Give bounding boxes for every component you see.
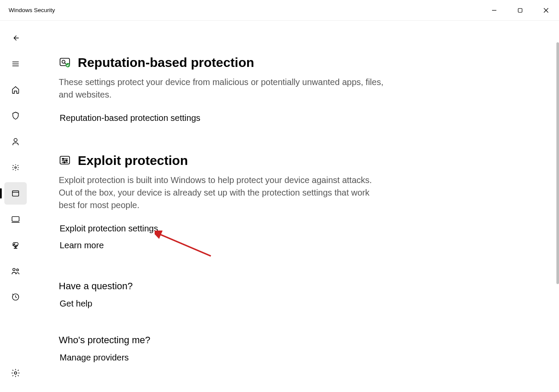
nav-device-security[interactable] — [4, 208, 27, 231]
svg-point-8 — [15, 167, 16, 168]
get-help-link[interactable]: Get help — [60, 299, 387, 309]
nav-family[interactable] — [4, 260, 27, 282]
exploit-icon — [59, 155, 71, 167]
reputation-title: Reputation-based protection — [78, 55, 254, 70]
svg-point-18 — [62, 60, 65, 63]
nav-health[interactable] — [4, 234, 27, 256]
manage-providers-link[interactable]: Manage providers — [60, 353, 387, 363]
nav-settings[interactable] — [4, 362, 27, 384]
exploit-learn-more-link[interactable]: Learn more — [60, 240, 387, 250]
svg-point-13 — [13, 269, 15, 271]
titlebar: Windows Security — [0, 0, 559, 21]
exploit-title: Exploit protection — [78, 153, 188, 168]
home-icon — [11, 85, 20, 95]
svg-rect-9 — [13, 191, 19, 196]
section-protecting: Who's protecting me? Manage providers — [59, 335, 387, 363]
nav-home[interactable] — [4, 79, 27, 101]
nav-virus-threat[interactable] — [4, 104, 27, 127]
family-icon — [11, 266, 20, 276]
question-title: Have a question? — [59, 281, 387, 292]
window-controls — [481, 0, 559, 20]
app-browser-icon — [11, 189, 20, 198]
close-button[interactable] — [533, 0, 559, 20]
nav-history[interactable] — [4, 286, 27, 308]
svg-point-27 — [64, 162, 65, 163]
svg-rect-1 — [518, 8, 522, 12]
svg-point-25 — [66, 160, 67, 161]
person-icon — [11, 137, 20, 146]
health-icon — [11, 240, 20, 250]
minimize-button[interactable] — [481, 0, 507, 20]
window-title: Windows Security — [9, 7, 55, 13]
back-button[interactable] — [4, 27, 27, 49]
section-question: Have a question? Get help — [59, 281, 387, 309]
section-exploit: Exploit protection Exploit protection is… — [59, 153, 387, 250]
nav-firewall[interactable] — [4, 156, 27, 179]
svg-point-7 — [14, 139, 17, 142]
svg-point-16 — [14, 372, 17, 374]
exploit-settings-link[interactable]: Exploit protection settings — [60, 224, 387, 234]
svg-rect-11 — [12, 217, 19, 221]
back-icon — [11, 33, 20, 43]
protecting-title: Who's protecting me? — [59, 335, 387, 346]
reputation-desc: These settings protect your device from … — [59, 76, 387, 101]
minimize-icon — [491, 7, 497, 13]
nav-app-browser[interactable] — [4, 182, 27, 205]
exploit-desc: Exploit protection is built into Windows… — [59, 174, 387, 212]
nav-rail — [0, 21, 31, 392]
reputation-icon — [59, 57, 71, 69]
svg-point-14 — [16, 269, 19, 271]
svg-point-23 — [63, 158, 64, 160]
svg-line-19 — [65, 63, 67, 65]
gear-icon — [11, 368, 20, 378]
hamburger-button[interactable] — [4, 53, 27, 75]
nav-account[interactable] — [4, 130, 27, 153]
shield-icon — [11, 111, 20, 120]
scrollbar[interactable] — [556, 42, 559, 284]
maximize-button[interactable] — [507, 0, 533, 20]
maximize-icon — [517, 7, 523, 13]
history-icon — [11, 292, 20, 302]
content-pane: Reputation-based protection These settin… — [31, 21, 559, 392]
close-icon — [543, 7, 549, 13]
reputation-settings-link[interactable]: Reputation-based protection settings — [60, 113, 387, 123]
hamburger-icon — [11, 59, 20, 69]
network-icon — [11, 163, 20, 172]
device-icon — [11, 215, 20, 224]
section-reputation: Reputation-based protection These settin… — [59, 55, 387, 123]
